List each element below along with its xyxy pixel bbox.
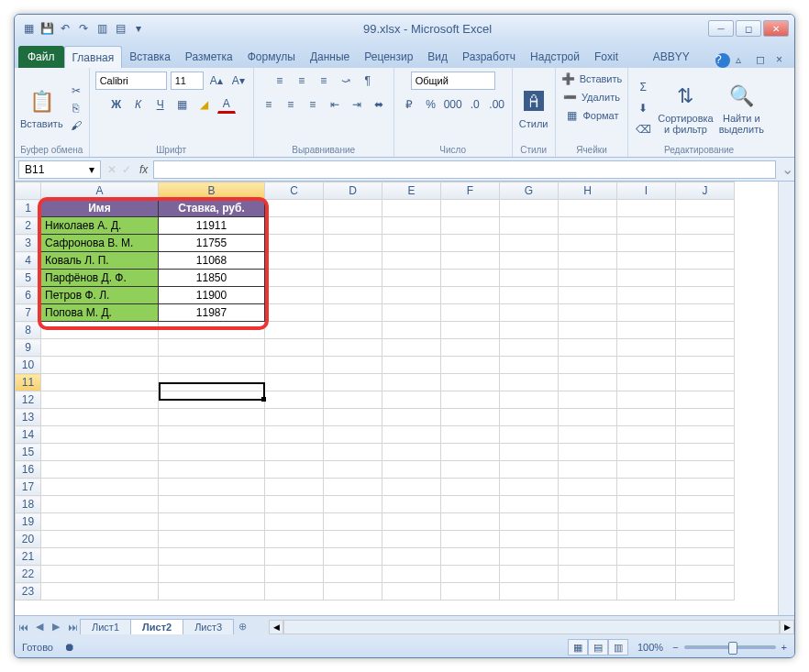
col-header-G[interactable]: G	[500, 182, 559, 200]
tab-nav-next-icon[interactable]: ▶	[48, 619, 64, 635]
cell[interactable]	[441, 217, 500, 235]
cell[interactable]	[382, 566, 441, 583]
cell[interactable]	[559, 374, 617, 391]
cell[interactable]	[265, 461, 324, 479]
cell[interactable]	[559, 270, 617, 287]
indent-dec-icon[interactable]: ⇤	[326, 95, 344, 114]
cell[interactable]	[441, 513, 500, 531]
cell[interactable]	[500, 304, 559, 322]
cell[interactable]	[676, 566, 735, 583]
paste-button[interactable]: 📋 Вставить	[20, 87, 63, 129]
cell[interactable]	[500, 200, 559, 217]
sort-filter-button[interactable]: ⇅ Сортировка и фильтр	[658, 82, 713, 135]
cell[interactable]	[324, 531, 382, 548]
cell[interactable]	[500, 252, 559, 270]
cell[interactable]	[265, 409, 324, 426]
cell[interactable]	[41, 409, 159, 426]
col-header-C[interactable]: C	[265, 182, 324, 200]
styles-button[interactable]: 🅰 Стили	[518, 87, 549, 129]
doc-restore-icon[interactable]: ◻	[756, 53, 770, 68]
font-size-input[interactable]	[171, 72, 204, 90]
cell[interactable]	[382, 479, 441, 496]
maximize-button[interactable]: ◻	[736, 20, 761, 37]
cell[interactable]	[265, 391, 324, 409]
cell[interactable]	[382, 252, 441, 270]
cell[interactable]	[559, 513, 617, 531]
cell[interactable]	[324, 409, 382, 426]
cell[interactable]	[324, 583, 382, 600]
close-button[interactable]: ✕	[763, 20, 789, 37]
row-header[interactable]: 22	[16, 566, 41, 583]
cell[interactable]	[500, 391, 559, 409]
cell[interactable]	[265, 252, 324, 270]
tab-foxit[interactable]: Foxit PDF	[587, 46, 646, 68]
row-header[interactable]: 11	[16, 374, 41, 391]
cell[interactable]	[559, 322, 617, 339]
cell[interactable]	[559, 304, 617, 322]
cell[interactable]	[41, 391, 159, 409]
cell[interactable]	[441, 200, 500, 217]
new-sheet-icon[interactable]: ⊕	[234, 619, 250, 635]
cell[interactable]	[500, 548, 559, 566]
cell[interactable]	[41, 357, 159, 374]
cell[interactable]	[441, 479, 500, 496]
cell[interactable]	[324, 496, 382, 513]
cell[interactable]	[382, 444, 441, 461]
cell[interactable]	[676, 513, 735, 531]
cell[interactable]	[41, 461, 159, 479]
tab-nav-prev-icon[interactable]: ◀	[31, 619, 48, 635]
scroll-right-icon[interactable]: ▶	[780, 620, 794, 634]
currency-icon[interactable]: ₽	[400, 95, 418, 114]
cell[interactable]	[382, 374, 441, 391]
cell[interactable]	[159, 496, 265, 513]
cell[interactable]	[382, 391, 441, 409]
cell[interactable]	[559, 357, 617, 374]
row-header[interactable]: 10	[16, 357, 41, 374]
cell[interactable]	[382, 461, 441, 479]
cell[interactable]	[324, 304, 382, 322]
cell[interactable]	[617, 235, 676, 252]
cell[interactable]	[159, 374, 265, 391]
doc-close-icon[interactable]: ×	[776, 53, 791, 68]
merge-icon[interactable]: ⬌	[370, 95, 388, 114]
row-header[interactable]: 6	[16, 287, 41, 304]
tab-nav-first-icon[interactable]: ⏮	[15, 619, 31, 635]
cell[interactable]	[617, 357, 676, 374]
row-header[interactable]: 20	[16, 531, 41, 548]
cell[interactable]	[676, 357, 735, 374]
cell[interactable]	[441, 339, 500, 357]
col-header-J[interactable]: J	[676, 182, 735, 200]
cell[interactable]	[41, 548, 159, 566]
cell[interactable]	[441, 548, 500, 566]
cell[interactable]	[441, 583, 500, 600]
cell[interactable]	[265, 583, 324, 600]
cell[interactable]	[41, 479, 159, 496]
cell[interactable]	[676, 496, 735, 513]
cell[interactable]	[324, 252, 382, 270]
cell[interactable]	[265, 496, 324, 513]
cell[interactable]	[617, 339, 676, 357]
cell[interactable]	[41, 531, 159, 548]
increase-font-icon[interactable]: A▴	[207, 72, 226, 90]
cell[interactable]	[617, 583, 676, 600]
cell[interactable]	[676, 287, 735, 304]
macro-record-icon[interactable]: ⏺	[62, 640, 77, 655]
align-left-icon[interactable]: ≡	[260, 95, 278, 114]
cell[interactable]	[676, 391, 735, 409]
cell[interactable]	[617, 391, 676, 409]
cell[interactable]	[265, 531, 324, 548]
insert-cells-button[interactable]: ➕Вставить	[561, 72, 623, 86]
cell[interactable]	[617, 409, 676, 426]
cell[interactable]	[559, 235, 617, 252]
cell[interactable]	[441, 235, 500, 252]
tab-addins[interactable]: Надстрой	[523, 46, 587, 68]
cell[interactable]	[324, 566, 382, 583]
row-header[interactable]: 12	[16, 391, 41, 409]
cell[interactable]	[676, 322, 735, 339]
col-header-D[interactable]: D	[324, 182, 382, 200]
underline-button[interactable]: Ч	[151, 95, 170, 114]
cell[interactable]	[265, 566, 324, 583]
cell[interactable]	[41, 444, 159, 461]
cell[interactable]	[41, 322, 159, 339]
cell[interactable]	[159, 322, 265, 339]
